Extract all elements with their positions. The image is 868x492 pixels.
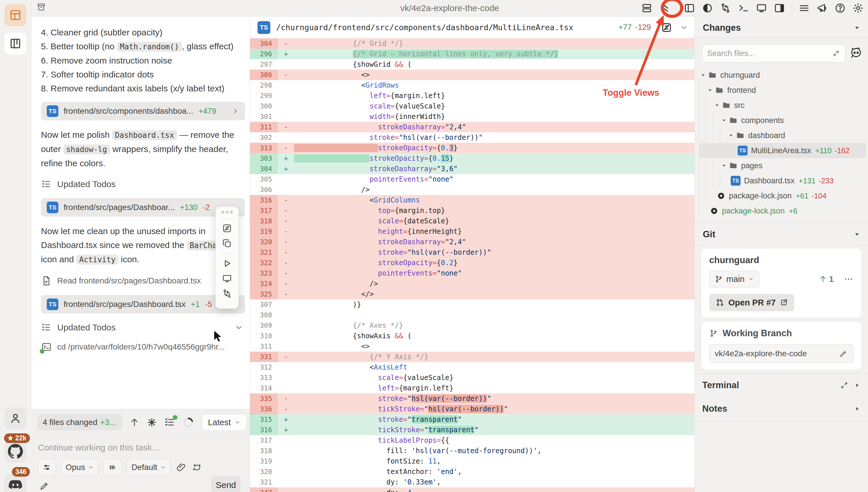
ts-file-icon: TS: [738, 146, 748, 155]
github-icon: [7, 444, 23, 459]
tree-item-components[interactable]: components: [699, 113, 866, 128]
edit-branch-icon[interactable]: [839, 349, 848, 358]
arrow-up-icon: [819, 275, 827, 284]
diff-row: 319 fontSize: 11,: [250, 456, 695, 466]
diff-row: 313- strokeOpacity={0.3}: [250, 143, 695, 153]
help-icon[interactable]: [834, 2, 846, 14]
package-icon: [710, 206, 719, 215]
notes-section-header[interactable]: Notes: [695, 397, 868, 421]
git-more-button[interactable]: [844, 274, 853, 284]
push-ahead-indicator[interactable]: 1: [819, 274, 834, 284]
collapse-tree-icon[interactable]: [832, 49, 840, 58]
settings-sliders-button[interactable]: [38, 459, 56, 476]
play-icon[interactable]: [222, 258, 232, 269]
copy-icon[interactable]: [222, 238, 232, 249]
updated-todos-row[interactable]: Updated Todos: [41, 179, 245, 190]
github-cat-icon[interactable]: [850, 47, 862, 59]
drag-handle-icon[interactable]: [221, 211, 233, 214]
tool-action-row[interactable]: cd /private/var/folders/10/h7w0q46556ggr…: [41, 341, 245, 352]
panel-left-icon[interactable]: [684, 2, 695, 14]
diff-row: 320 textAnchor: 'end',: [250, 466, 695, 477]
menu-icon[interactable]: [798, 2, 810, 14]
git-compare-icon[interactable]: [222, 288, 232, 299]
diff-row: 336- tickStroke="hsl(var(--border))": [250, 404, 695, 414]
tool-action-row[interactable]: Read frontend/src/pages/Dashboard.tsx: [41, 275, 245, 286]
panel-right-icon[interactable]: [774, 2, 785, 14]
diff-row: 301 width={innerWidth}: [250, 112, 695, 122]
caret-down-icon: [728, 132, 734, 139]
layout-view-button[interactable]: [4, 4, 26, 26]
model-dropdown[interactable]: Opus: [61, 459, 99, 476]
triangle-right-icon: [854, 405, 861, 412]
search-input[interactable]: [707, 49, 832, 58]
tree-item-dashboard-tsx[interactable]: TSDashboard.tsx+131-233: [699, 173, 866, 188]
ts-file-icon: TS: [47, 105, 58, 117]
megaphone-icon[interactable]: [816, 2, 828, 14]
monitor-icon[interactable]: [222, 273, 232, 284]
tree-item-package-lock-json[interactable]: package-lock.json+6: [699, 203, 866, 218]
tree-item-dashboard[interactable]: dashboard: [699, 128, 866, 143]
diff-row: 319- height={innerHeight}: [250, 226, 695, 237]
kanban-icon: [9, 37, 22, 50]
theme-contrast-icon[interactable]: [702, 2, 713, 14]
titlebar: vk/4e2a-explore-the-code: [0, 0, 868, 17]
file-edit-chip[interactable]: TSfrontend/src/pages/Dashboard.tsx+1-5: [41, 295, 245, 314]
gear-icon[interactable]: [852, 2, 864, 14]
diff-row: 313 scale={valueScale}: [250, 372, 695, 383]
diff-row: 300 scale={valueScale}: [250, 101, 695, 112]
diff-view-icon[interactable]: [222, 223, 232, 233]
working-branch-input[interactable]: [715, 349, 839, 358]
send-button[interactable]: Send: [211, 476, 240, 492]
scroll-to-top-icon[interactable]: [129, 417, 140, 427]
chevron-down-icon[interactable]: [680, 24, 688, 32]
version-dropdown[interactable]: Latest: [202, 414, 247, 431]
todos-status-icon[interactable]: [164, 417, 175, 428]
git-compare-icon[interactable]: [720, 2, 731, 14]
kanban-view-button[interactable]: [4, 32, 26, 54]
tree-item-multilinearea-tsx[interactable]: TSMultiLineArea.tsx+110-162: [699, 143, 866, 158]
terminal-prompt-icon[interactable]: [738, 2, 749, 14]
git-repo-card: churnguard main 1 Open PR #7: [702, 249, 861, 318]
working-branch-field[interactable]: [709, 344, 853, 363]
branch-dropdown[interactable]: main: [709, 271, 759, 288]
open-pr-button[interactable]: Open PR #7: [709, 294, 794, 311]
expand-icon[interactable]: [840, 381, 848, 389]
diff-file-path: /churnguard/frontend/src/components/dash…: [276, 23, 573, 32]
profile-button[interactable]: [4, 407, 26, 429]
changes-section-header[interactable]: Changes: [695, 17, 868, 38]
diff-row: 316+ tickStroke="transparent": [250, 425, 695, 435]
github-link[interactable]: ★ 22k: [4, 440, 26, 462]
repo-name: churnguard: [709, 255, 853, 266]
triangle-right-icon: [854, 382, 861, 389]
tree-item-frontend[interactable]: frontend: [699, 83, 866, 98]
diff-mode-icon[interactable]: [661, 22, 672, 33]
tree-item-pages[interactable]: pages: [699, 158, 866, 173]
file-search[interactable]: [702, 44, 845, 63]
mode-dropdown[interactable]: Default: [126, 459, 171, 476]
discord-icon: [7, 477, 23, 492]
tree-item-src[interactable]: src: [699, 98, 866, 113]
terminal-section-header[interactable]: Terminal: [695, 373, 868, 397]
fast-forward-button[interactable]: [103, 459, 122, 476]
file-edit-chip[interactable]: TSfrontend/src/components/dashboa...+479: [41, 102, 245, 120]
chevron-down-icon[interactable]: [235, 323, 243, 332]
diff-row: 314 left={margin.left}: [250, 383, 695, 393]
diff-row: 324- />: [250, 278, 695, 289]
collapse-up-icon[interactable]: [659, 2, 671, 14]
branch-icon: [715, 275, 723, 283]
attach-icon[interactable]: [175, 462, 187, 473]
files-changed-chip[interactable]: 4 files changed +3…: [38, 414, 122, 430]
draw-pen-icon[interactable]: [39, 481, 50, 491]
toggle-views-icon[interactable]: [641, 2, 653, 14]
git-section-header[interactable]: Git: [695, 223, 868, 244]
discord-link[interactable]: 346: [4, 474, 26, 492]
updated-todos-row[interactable]: Updated Todos: [41, 322, 245, 333]
chat-input[interactable]: [38, 443, 235, 452]
sparkle-icon[interactable]: [147, 417, 157, 427]
file-edit-chip[interactable]: TSfrontend/src/pages/Dashboar...+130-2: [41, 198, 245, 217]
inline-code: Activity: [76, 255, 118, 265]
cat-agent-icon[interactable]: [191, 462, 203, 473]
tree-item-package-lock-json[interactable]: package-lock.json+61-104: [699, 188, 866, 203]
monitor-icon[interactable]: [756, 2, 767, 14]
tree-item-churnguard[interactable]: churnguard: [699, 68, 866, 83]
